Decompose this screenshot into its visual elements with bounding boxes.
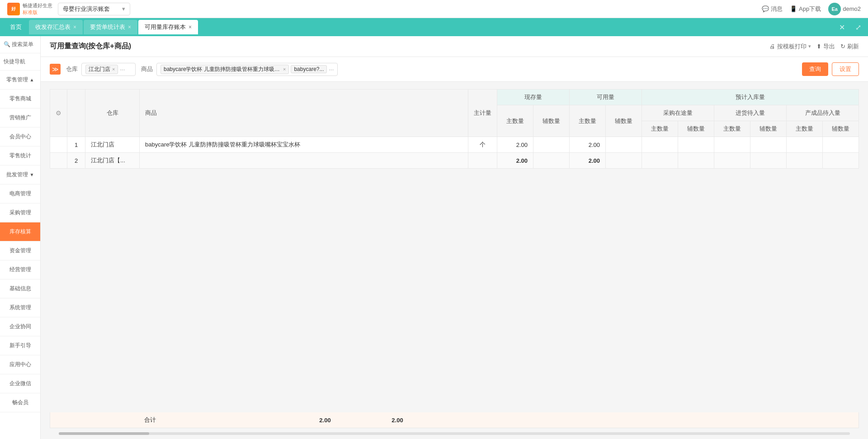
sidebar-search[interactable]: 🔍 搜索菜单 [0,36,40,53]
sidebar: 🔍 搜索菜单 快捷导航 零售管理 ▲ 零售商城 营销推广 会员中心 零售统计 批… [0,36,41,439]
th-warehouse: 仓库 [85,90,140,137]
user-menu[interactable]: Ea demo2 [828,3,861,15]
th-available-aux: 辅数量 [606,105,642,137]
data-table: ⚙ 仓库 商品 主计量 现存量 可用量 预计入库量 主数量 辅数量 主数量 [50,89,859,169]
footer-label: 合计 [144,416,280,424]
top-bar: 好 畅捷通好生意 标准版 母婴行业演示账套 ▾ 💬 消息 📱 App下载 Ea … [0,0,868,18]
tab-fullscreen-button[interactable]: ⤢ [852,21,864,33]
row-1-warehouse: 江北门店 [85,137,140,153]
sidebar-item-retail-mall[interactable]: 零售商城 [0,90,40,109]
tab-home[interactable]: 首页 [4,20,28,34]
row-2-available-main: 2.00 [570,153,606,169]
sidebar-item-retail-stats[interactable]: 零售统计 [0,146,40,165]
logo-area: 好 畅捷通好生意 标准版 [7,2,52,15]
th-incoming-main: 主数量 [714,121,750,137]
avatar: Ea [828,3,841,15]
row-1-purchase-aux [678,137,714,153]
sidebar-item-operation[interactable]: 经营管理 [0,260,40,279]
footer-available-total: 2.00 [379,417,415,424]
sidebar-item-appcenter[interactable]: 应用中心 [0,355,40,374]
th-product: 商品 [140,90,468,137]
warehouse-input[interactable]: 江北门店 × ··· [81,63,136,76]
setting-button[interactable]: 设置 [832,62,859,76]
th-no [67,90,85,137]
content-area: 可用量查询(按仓库+商品) 🖨 按模板打印 ▾ ⬆ 导出 ↻ 刷新 ≫ [41,36,868,439]
row-1-stock-main: 2.00 [497,137,533,153]
tab-3-close[interactable]: × [189,24,192,30]
sidebar-item-retail-mgmt[interactable]: 零售管理 ▲ [0,71,40,90]
tab-2-close[interactable]: × [128,24,131,30]
row-1-unit: 个 [468,137,497,153]
sidebar-quick-nav[interactable]: 快捷导航 [0,53,40,71]
sidebar-item-inventory[interactable]: 库存核算 [0,222,40,241]
filter-actions: 查询 设置 [802,62,859,76]
product-more-button[interactable]: ··· [329,66,334,73]
table-row: 2 江北门店【... 2.00 2.00 [50,153,859,169]
row-1-production-main [787,137,823,153]
tab-1[interactable]: 收发存汇总表 × [29,20,83,34]
sidebar-item-newbie[interactable]: 新手引导 [0,336,40,355]
th-stock-group: 现存量 [497,90,570,105]
logo-icon: 好 [7,3,20,15]
row-1-product: babycare学饮杯 儿童防摔防撞吸管杯重力球吸嘴杯宝宝水杯 [140,137,468,153]
chevron-icon: ▲ [30,77,34,82]
scroll-thumb[interactable] [59,432,149,435]
product-input[interactable]: babycare学饮杯 儿童防摔防撞吸管杯重力球吸嘴杯宝宝水杯 × babyca… [156,63,338,76]
footer-stock-total: 2.00 [307,417,343,424]
sidebar-item-wechat[interactable]: 企业微信 [0,374,40,393]
tab-1-close[interactable]: × [73,24,76,30]
sidebar-item-ecommerce[interactable]: 电商管理 [0,184,40,203]
message-button[interactable]: 💬 消息 [762,5,783,13]
row-1-incoming-aux [750,137,787,153]
column-settings-icon[interactable]: ⚙ [56,109,61,117]
row-2-available-aux [606,153,642,169]
sidebar-item-enterprise[interactable]: 企业协同 [0,317,40,336]
row-2-production-aux [823,153,859,169]
tab-close-all-button[interactable]: ✕ [835,21,848,33]
th-purchase-group: 采购在途量 [642,105,714,121]
product-tag-1: babycare学饮杯 儿童防摔防撞吸管杯重力球吸嘴杯宝宝水杯 × [160,65,289,74]
chevron-down-icon: ▾ [122,5,125,12]
th-unit: 主计量 [468,90,497,137]
print-button[interactable]: 🖨 按模板打印 ▾ [769,42,811,51]
row-1-no: 1 [67,137,85,153]
product-tag-1-close[interactable]: × [283,66,286,72]
warehouse-more-button[interactable]: ··· [120,66,125,73]
row-2-purchase-main [642,153,678,169]
table-row: 1 江北门店 babycare学饮杯 儿童防摔防撞吸管杯重力球吸嘴杯宝宝水杯 个… [50,137,859,153]
row-2-production-main [787,153,823,169]
query-button[interactable]: 查询 [802,62,828,76]
row-1-available-main: 2.00 [570,137,606,153]
warehouse-tag-close[interactable]: × [112,66,115,72]
sidebar-item-wholesale[interactable]: 批发管理 ▼ [0,165,40,184]
row-2-no: 2 [67,153,85,169]
th-production-aux: 辅数量 [823,121,859,137]
tenant-selector[interactable]: 母婴行业演示账套 ▾ [58,3,130,15]
sidebar-item-system[interactable]: 系统管理 [0,298,40,317]
sidebar-item-marketing[interactable]: 营销推广 [0,109,40,127]
sidebar-item-member[interactable]: 会员中心 [0,127,40,146]
product-filter-group: 商品 babycare学饮杯 儿童防摔防撞吸管杯重力球吸嘴杯宝宝水杯 × bab… [141,63,338,76]
sidebar-item-purchase[interactable]: 采购管理 [0,203,40,222]
th-forecast-group: 预计入库量 [642,90,859,105]
row-1-stock-aux [533,137,570,153]
product-tag-2: babycare?... [291,65,327,73]
filter-toggle-button[interactable]: ≫ [50,64,61,75]
refresh-button[interactable]: ↻ 刷新 [840,42,859,51]
sidebar-item-basic[interactable]: 基础信息 [0,279,40,298]
page-title: 可用量查询(按仓库+商品) [50,42,131,51]
table-footer: 合计 2.00 2.00 [50,412,859,428]
page-actions: 🖨 按模板打印 ▾ ⬆ 导出 ↻ 刷新 [769,42,859,51]
tab-3[interactable]: 可用量库存账本 × [138,20,198,34]
row-1-production-aux [823,137,859,153]
app-download-button[interactable]: 📱 App下载 [790,5,821,13]
sidebar-item-vip[interactable]: 畅会员 [0,393,40,412]
chevron-down-icon: ▾ [808,43,811,49]
tab-bar: 首页 收发存汇总表 × 要货单统计表 × 可用量库存账本 × ✕ ⤢ [0,18,868,36]
scroll-track[interactable] [59,432,850,435]
row-1-available-aux [606,137,642,153]
filter-area: ≫ 仓库 江北门店 × ··· 商品 babycare学饮杯 儿童防摔防撞吸管杯… [41,57,868,82]
tab-2[interactable]: 要货单统计表 × [84,20,137,34]
sidebar-item-finance[interactable]: 资金管理 [0,241,40,260]
export-button[interactable]: ⬆ 导出 [816,42,835,51]
